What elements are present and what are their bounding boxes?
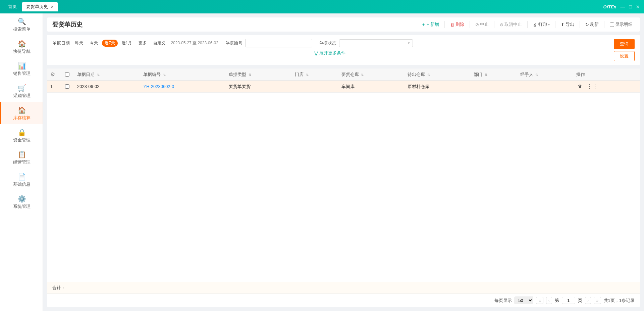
cell-doc-date: 2023-06-02 <box>74 81 140 93</box>
col-handler[interactable]: 经手人 ⇅ <box>517 69 573 81</box>
cell-handler <box>517 81 573 93</box>
col-store[interactable]: 门店 ⇅ <box>291 69 338 81</box>
doc-status-dropdown-icon: ▾ <box>408 41 410 45</box>
clipboard-icon: 📋 <box>18 151 26 158</box>
cart-icon: 🛒 <box>18 85 26 91</box>
sort-icon-handler: ⇅ <box>535 73 538 77</box>
query-button[interactable]: 查询 <box>614 39 635 49</box>
display-cell-button[interactable]: 显示明细 <box>608 20 635 29</box>
sort-icon-doc-type: ⇅ <box>249 73 251 77</box>
divider <box>555 21 555 28</box>
sidebar-item-finance[interactable]: 🔒 资金管理 <box>0 124 43 146</box>
print-dropdown-icon: ▾ <box>548 23 550 27</box>
page-size-select[interactable]: 50 10 20 100 <box>515 297 533 304</box>
lock-icon: 🔒 <box>18 129 26 136</box>
row-checkbox[interactable] <box>65 84 69 89</box>
sort-icon-department: ⇅ <box>485 73 487 77</box>
sort-icon-store: ⇅ <box>306 73 309 77</box>
top-bar: 首页 要货单历史 ✕ OfTEn — □ ✕ <box>0 0 644 13</box>
gear-icon: ⚙️ <box>18 195 26 202</box>
last-page-button[interactable]: » <box>594 297 601 304</box>
col-doc-number[interactable]: 单据编号 ⇅ <box>140 69 225 81</box>
display-cell-checkbox[interactable] <box>610 23 614 27</box>
sort-icon-doc-number: ⇅ <box>163 73 166 77</box>
sidebar-item-operations[interactable]: 📋 经营管理 <box>0 146 43 169</box>
row-edit-button[interactable]: 👁 <box>576 83 584 90</box>
col-actions: 操作 <box>573 69 640 81</box>
col-doc-date[interactable]: 单据日期 ⇅ <box>74 69 140 81</box>
sidebar-item-basic-info[interactable]: 📄 基础信息 <box>0 169 43 191</box>
cell-checkbox <box>60 81 74 93</box>
sidebar-item-system[interactable]: ⚙️ 系统管理 <box>0 191 43 213</box>
cancel-stop-button[interactable]: ⊘ 取消中止 <box>498 20 524 29</box>
next-page-button[interactable]: › <box>585 297 591 304</box>
print-icon: 🖨 <box>533 22 537 27</box>
maximize-icon[interactable]: □ <box>629 4 632 9</box>
page-header: 要货单历史 ＋ + 新增 🗑 删除 ⊘ 中止 ⊘ <box>47 17 640 32</box>
refresh-icon: ↻ <box>585 22 589 27</box>
divider <box>470 21 470 28</box>
page-info: 共1页，1条记录 <box>604 298 635 304</box>
new-button[interactable]: ＋ + 新增 <box>419 20 441 29</box>
top-bar-right: OfTEn — □ ✕ <box>603 4 640 9</box>
doc-status-label: 单据状态 <box>319 40 336 46</box>
date-range-display: 2023-05-27 至 2023-06-02 <box>171 40 218 46</box>
page-jump-label: 第 <box>555 298 559 304</box>
page-label: 页 <box>578 298 582 304</box>
doc-number-input[interactable] <box>245 39 312 47</box>
setting-button[interactable]: 设置 <box>614 51 635 61</box>
col-settings[interactable]: ⚙ <box>47 69 60 81</box>
minimize-icon[interactable]: — <box>621 4 625 9</box>
doc-number-link[interactable]: YH-20230602-0 <box>143 84 174 89</box>
date-opt-yesterday[interactable]: 昨天 <box>72 40 86 47</box>
refresh-button[interactable]: ↻ 刷新 <box>583 20 601 29</box>
cell-doc-number: YH-20230602-0 <box>140 81 225 93</box>
sort-icon-doc-date: ⇅ <box>97 73 100 77</box>
sidebar-item-search[interactable]: 🔍 搜索菜单 <box>0 13 43 36</box>
date-opt-custom[interactable]: 自定义 <box>151 40 168 47</box>
filter-right-actions: 查询 设置 <box>614 39 635 61</box>
tab-doc-history[interactable]: 要货单历史 ✕ <box>22 2 58 11</box>
date-opt-today[interactable]: 今天 <box>87 40 101 47</box>
inventory-icon: 🏠 <box>18 107 26 114</box>
expand-more-button[interactable]: ⋁ 展开更多条件 <box>52 50 607 56</box>
date-opt-1month[interactable]: 近1月 <box>119 40 135 47</box>
table-settings-icon[interactable]: ⚙ <box>50 72 55 77</box>
col-doc-type[interactable]: 单据类型 ⇅ <box>225 69 291 81</box>
document-icon: 📄 <box>18 173 26 180</box>
cell-doc-type: 要货单要货 <box>225 81 291 93</box>
date-filter-options: 昨天 今天 近7天 近1月 更多 自定义 <box>72 40 168 47</box>
cancel-stop-icon: ⊘ <box>500 22 503 27</box>
table-empty-space <box>47 93 640 282</box>
divider <box>494 21 494 28</box>
cell-req-warehouse: 车间库 <box>338 81 404 93</box>
sidebar-item-inventory[interactable]: 🏠 库存核算 <box>0 102 43 124</box>
page-number-input[interactable] <box>562 297 575 304</box>
print-button[interactable]: 🖨 打印 ▾ <box>531 20 552 29</box>
date-opt-more[interactable]: 更多 <box>136 40 149 47</box>
col-department[interactable]: 部门 ⇅ <box>470 69 517 81</box>
tab-home[interactable]: 首页 <box>4 2 21 11</box>
tab-close-icon[interactable]: ✕ <box>51 5 54 9</box>
select-all-checkbox[interactable] <box>65 72 69 77</box>
col-out-warehouse[interactable]: 待出仓库 ⇅ <box>404 69 470 81</box>
doc-status-select[interactable]: ▾ <box>339 39 413 47</box>
sidebar-item-purchase[interactable]: 🛒 采购管理 <box>0 80 43 102</box>
first-page-button[interactable]: « <box>536 297 543 304</box>
prev-page-button[interactable]: ‹ <box>546 297 552 304</box>
divider <box>604 21 604 28</box>
cell-index: 1 <box>47 81 60 93</box>
filter-group-date: 单据日期 昨天 今天 近7天 近1月 更多 自定义 2023-05-27 至 2… <box>52 40 218 47</box>
col-req-warehouse[interactable]: 要货仓库 ⇅ <box>338 69 404 81</box>
date-opt-7days[interactable]: 近7天 <box>102 40 118 47</box>
delete-button[interactable]: 🗑 删除 <box>448 20 466 29</box>
new-icon: ＋ <box>421 21 426 28</box>
export-button[interactable]: ⬆ 导出 <box>559 20 576 29</box>
divider <box>444 21 445 28</box>
close-window-icon[interactable]: ✕ <box>636 4 640 9</box>
row-more-button[interactable]: ⋮⋮ <box>586 83 599 90</box>
stop-button[interactable]: ⊘ 中止 <box>473 20 491 29</box>
sidebar-item-quick-nav[interactable]: 🏠 快捷导航 <box>0 36 43 58</box>
brand-label: OfTEn <box>603 4 616 9</box>
sidebar-item-sales[interactable]: 📊 销售管理 <box>0 58 43 80</box>
